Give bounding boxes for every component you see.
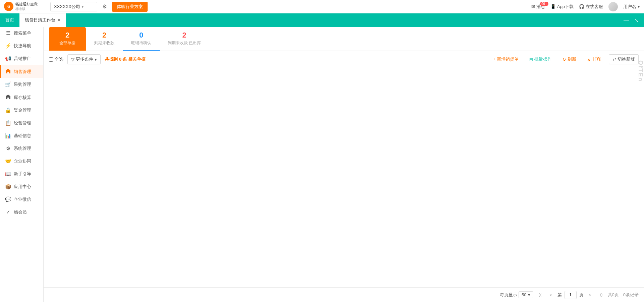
sidebar-label-inventory: 库存核算 bbox=[14, 95, 31, 101]
new-sales-btn[interactable]: + 新增销货单 bbox=[490, 55, 522, 64]
sidebar-label-sales: 销售管理 bbox=[14, 69, 31, 75]
tabbar-actions: — ⤡ bbox=[622, 16, 644, 25]
stat-tab-overdue-shipped[interactable]: 2 到期未收款 已出库 bbox=[160, 27, 209, 51]
sidebar-item-inventory[interactable]: 库存核算 bbox=[0, 91, 43, 104]
filter-dropdown-icon: ▾ bbox=[95, 57, 97, 62]
sidebar-item-beginner[interactable]: 📖 新手引导 bbox=[0, 168, 43, 180]
sidebar-label-search-menu: 搜索菜单 bbox=[14, 30, 31, 36]
tab-qianhuoriqing[interactable]: 钱货日清工作台 ✕ bbox=[19, 13, 66, 27]
page-input[interactable] bbox=[565, 291, 577, 299]
company-dropdown-arrow: ▾ bbox=[82, 4, 84, 9]
logo-area: 6 畅捷通好生意 标准版 bbox=[4, 2, 48, 11]
stat-all-label: 全部单据 bbox=[57, 40, 78, 46]
sidebar-item-operation[interactable]: 📋 经营管理 bbox=[0, 117, 43, 129]
tabbar: 首页 钱货日清工作台 ✕ — ⤡ bbox=[0, 13, 644, 27]
sidebar-item-enterprise-wechat[interactable]: 💬 企业微信 bbox=[0, 193, 43, 206]
user-name[interactable]: 用户名 ▾ bbox=[623, 4, 640, 10]
basic-info-icon: 📊 bbox=[5, 133, 11, 139]
settings-icon[interactable]: ⚙ bbox=[100, 2, 109, 11]
stat-tab-overdue[interactable]: 2 到期未收款 bbox=[86, 27, 123, 51]
purchase-icon: 🛒 bbox=[5, 81, 11, 87]
sidebar-label-quick-nav: 快捷导航 bbox=[14, 43, 31, 49]
topbar-left: 6 畅捷通好生意 标准版 XXXXXX公司 ▾ ⚙ 体验行业方案 bbox=[4, 2, 148, 12]
toolbar-right: + 新增销货单 ⊞ 批量操作 ↻ 刷新 🖨 打印 ⇄ 切换新版 bbox=[490, 54, 639, 64]
refresh-icon: ↻ bbox=[562, 57, 566, 62]
first-page-btn[interactable]: ⟨⟨ bbox=[536, 291, 544, 299]
sidebar: ☰ 搜索菜单 ⚡ 快捷导航 📢 营销推广 销售管理 🛒 采购管理 bbox=[0, 27, 44, 302]
sales-icon bbox=[5, 68, 11, 75]
page-size-box[interactable]: 50 ▾ bbox=[519, 291, 533, 298]
found-count: 0 bbox=[119, 57, 121, 62]
sidebar-label-operation: 经营管理 bbox=[14, 120, 31, 126]
search-menu-icon: ☰ bbox=[5, 30, 11, 36]
sidebar-label-system: 系统管理 bbox=[14, 145, 31, 152]
online-service-btn[interactable]: 🎧 在线客服 bbox=[579, 4, 603, 10]
sidebar-item-search-menu[interactable]: ☰ 搜索菜单 bbox=[0, 27, 43, 40]
print-icon: 🖨 bbox=[587, 57, 591, 62]
stat-overdue-shipped-label: 到期未收款 已出库 bbox=[168, 40, 201, 46]
switch-new-btn[interactable]: ⇄ 切换新版 bbox=[609, 54, 639, 64]
sidebar-item-finance[interactable]: 🔒 资金管理 bbox=[0, 104, 43, 117]
operation-icon: 📋 bbox=[5, 120, 11, 126]
sidebar-label-app-center: 应用中心 bbox=[14, 184, 31, 190]
sidebar-label-purchase: 采购管理 bbox=[14, 81, 31, 87]
sidebar-label-finance: 资金管理 bbox=[14, 107, 31, 113]
sidebar-item-sales[interactable]: 销售管理 bbox=[0, 65, 43, 78]
company-selector[interactable]: XXXXXX公司 ▾ bbox=[50, 2, 97, 11]
logo-text: 畅捷通好生意 bbox=[15, 2, 38, 6]
sidebar-item-member[interactable]: ✓ 畅会员 bbox=[0, 206, 43, 219]
prev-page-btn[interactable]: ＜ bbox=[547, 291, 555, 299]
app-download-icon: 📱 bbox=[550, 4, 556, 9]
sidebar-label-beginner: 新手引导 bbox=[14, 171, 31, 177]
more-filters-btn[interactable]: ▽ 更多条件 ▾ bbox=[67, 54, 101, 64]
stat-tab-all[interactable]: 2 全部单据 bbox=[49, 27, 86, 51]
last-page-btn[interactable]: ⟩⟩ bbox=[597, 291, 605, 299]
app-download-btn[interactable]: 📱 App下载 bbox=[550, 4, 574, 10]
stat-wangpu-label: 旺辅待确认 bbox=[131, 40, 152, 46]
tab-home[interactable]: 首页 bbox=[0, 13, 19, 27]
toolbar-left: 全选 ▽ 更多条件 ▾ 共找到 0 条 相关单据 bbox=[49, 54, 486, 64]
company-name: XXXXXX公司 bbox=[54, 4, 80, 10]
quick-nav-icon: ⚡ bbox=[5, 43, 11, 49]
sidebar-label-marketing: 营销推广 bbox=[14, 56, 31, 62]
avatar[interactable] bbox=[608, 2, 618, 11]
stat-all-num: 2 bbox=[57, 31, 78, 40]
page-size-value: 50 bbox=[522, 292, 526, 297]
sidebar-item-basic-info[interactable]: 📊 基础信息 bbox=[0, 129, 43, 142]
sidebar-item-app-center[interactable]: 📦 应用中心 bbox=[0, 180, 43, 193]
table-area bbox=[44, 68, 644, 287]
sidebar-item-marketing[interactable]: 📢 营销推广 bbox=[0, 52, 43, 65]
stat-tab-wangpu[interactable]: 0 旺辅待确认 bbox=[123, 27, 160, 51]
sidebar-item-enterprise[interactable]: 🤝 企业协同 bbox=[0, 155, 43, 168]
page-size-selector: 每页显示 50 ▾ bbox=[500, 291, 533, 298]
tab-minimize-icon[interactable]: — bbox=[622, 16, 630, 24]
batch-ops-icon: ⊞ bbox=[529, 57, 533, 62]
enterprise-wechat-icon: 💬 bbox=[5, 196, 11, 202]
user-dropdown-arrow: ▾ bbox=[638, 4, 640, 9]
filter-icon: ▽ bbox=[71, 57, 74, 62]
headset-icon: 🎧 bbox=[579, 4, 584, 9]
print-btn[interactable]: 🖨 打印 bbox=[584, 55, 605, 64]
sidebar-item-system[interactable]: ⚙ 系统管理 bbox=[0, 142, 43, 155]
topbar: 6 畅捷通好生意 标准版 XXXXXX公司 ▾ ⚙ 体验行业方案 ✉ 消息 99… bbox=[0, 0, 644, 13]
avatar-image bbox=[608, 2, 618, 11]
next-page-btn[interactable]: ＞ bbox=[586, 291, 594, 299]
page-size-label: 每页显示 bbox=[500, 292, 517, 298]
select-all-input[interactable] bbox=[49, 57, 53, 62]
finance-icon: 🔒 bbox=[5, 107, 11, 113]
sidebar-label-member: 畅会员 bbox=[14, 209, 27, 215]
page-size-arrow: ▾ bbox=[528, 292, 530, 297]
batch-ops-btn[interactable]: ⊞ 批量操作 bbox=[526, 55, 555, 64]
sidebar-item-quick-nav[interactable]: ⚡ 快捷导航 bbox=[0, 40, 43, 52]
tab-maximize-icon[interactable]: ⤡ bbox=[633, 16, 640, 25]
sidebar-item-purchase[interactable]: 🛒 采购管理 bbox=[0, 78, 43, 91]
pagination: 每页显示 50 ▾ ⟨⟨ ＜ 第 页 ＞ ⟩⟩ 共0页，0条记录 bbox=[44, 287, 644, 302]
tab-close-icon[interactable]: ✕ bbox=[57, 18, 61, 22]
stats-tabs: 2 全部单据 2 到期未收款 0 旺辅待确认 2 到期未收款 已出库 bbox=[44, 27, 644, 51]
trial-button[interactable]: 体验行业方案 bbox=[112, 2, 148, 12]
message-btn[interactable]: ✉ 消息 99+ bbox=[531, 4, 545, 10]
refresh-btn[interactable]: ↻ 刷新 bbox=[559, 55, 580, 64]
member-icon: ✓ bbox=[5, 209, 11, 215]
select-all-checkbox[interactable]: 全选 bbox=[49, 56, 63, 62]
main-layout: ☰ 搜索菜单 ⚡ 快捷导航 📢 营销推广 销售管理 🛒 采购管理 bbox=[0, 27, 644, 302]
